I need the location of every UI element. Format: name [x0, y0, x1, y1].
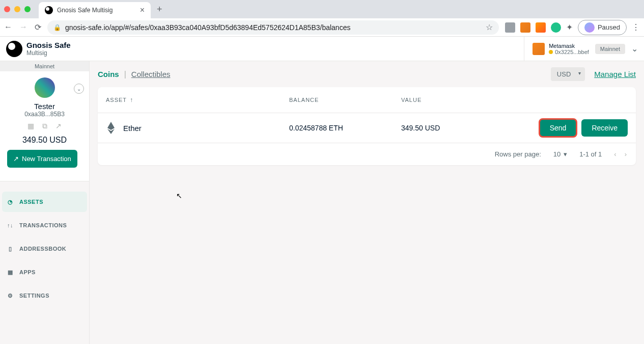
manage-list-link[interactable]: Manage List: [594, 70, 636, 78]
extension-icon[interactable]: [551, 22, 561, 33]
nav-list: ◔ ASSETS ↑↓ TRANSACTIONS ▯ ADDRESSBOOK ▦…: [0, 181, 89, 309]
copy-icon[interactable]: ⧉: [42, 122, 47, 130]
new-tab-button[interactable]: +: [157, 4, 162, 15]
safe-balance: 349.50 USD: [4, 136, 85, 145]
extension-icon[interactable]: [536, 22, 546, 33]
url-text: gnosis-safe.io/app/#/safes/0xaa3B93ca040…: [65, 23, 482, 32]
lock-icon: 🔒: [53, 24, 61, 31]
rows-per-page-select[interactable]: 10 ▾: [553, 150, 567, 158]
send-button[interactable]: Send: [540, 119, 577, 137]
arrow-icon: ↗: [13, 155, 19, 163]
close-window-icon[interactable]: [4, 6, 10, 12]
col-asset[interactable]: ASSET ↑: [106, 96, 289, 103]
extension-icon[interactable]: [505, 22, 515, 33]
extensions-menu-icon[interactable]: ✦: [566, 22, 573, 32]
logo-subtitle: Multisig: [26, 49, 71, 57]
network-badge: Mainnet: [595, 44, 625, 54]
profile-paused-button[interactable]: Paused: [578, 20, 627, 35]
close-tab-icon[interactable]: ×: [140, 6, 145, 15]
table-header: ASSET ↑ BALANCE VALUE: [98, 87, 636, 113]
assets-table: ASSET ↑ BALANCE VALUE Ether 0.02458788 E…: [98, 87, 636, 165]
browser-tab-strip: Gnosis Safe Multisig × +: [0, 0, 644, 18]
rows-per-page-label: Rows per page:: [495, 150, 541, 158]
ether-icon: [106, 123, 116, 133]
table-row: Ether 0.02458788 ETH 349.50 USD Send Rec…: [98, 113, 636, 143]
external-link-icon[interactable]: ↗: [55, 122, 62, 130]
metamask-icon: [533, 43, 545, 55]
nav-buttons: ← → ⟳: [4, 22, 41, 32]
asset-tabs: Coins | Collectibles USD Manage List: [98, 61, 636, 87]
tab-collectibles[interactable]: Collectibles: [131, 70, 171, 78]
addressbook-icon: ▯: [6, 245, 14, 253]
asset-name: Ether: [123, 124, 142, 133]
settings-icon: ⚙: [6, 292, 14, 300]
maximize-window-icon[interactable]: [24, 6, 31, 12]
value-cell: 349.50 USD: [401, 124, 534, 132]
minimize-window-icon[interactable]: [14, 6, 20, 12]
assets-icon: ◔: [6, 198, 14, 206]
window-controls: [4, 6, 31, 12]
balance-cell: 0.02458788 ETH: [289, 124, 401, 132]
page-range: 1-1 of 1: [579, 150, 602, 158]
metamask-extension-icon[interactable]: [520, 22, 530, 33]
chain-dot-icon: [549, 50, 553, 54]
next-page-button[interactable]: ›: [625, 150, 627, 158]
chevron-down-icon[interactable]: ⌄: [631, 44, 638, 54]
bookmark-icon[interactable]: ☆: [486, 22, 493, 32]
transactions-icon: ↑↓: [6, 221, 14, 229]
receive-button[interactable]: Receive: [581, 119, 628, 137]
tab-separator: |: [124, 70, 126, 79]
safe-name: Tester: [4, 102, 85, 111]
asset-cell: Ether: [106, 123, 289, 133]
nav-transactions[interactable]: ↑↓ TRANSACTIONS: [2, 215, 87, 235]
sidebar-network-label: Mainnet: [0, 61, 89, 71]
nav-assets[interactable]: ◔ ASSETS: [2, 192, 87, 212]
nav-addressbook[interactable]: ▯ ADDRESSBOOK: [2, 239, 87, 259]
wallet-address: 0x3225...bbef: [549, 49, 589, 55]
wallet-name: Metamask: [549, 43, 589, 49]
browser-toolbar: ← → ⟳ 🔒 gnosis-safe.io/app/#/safes/0xaa3…: [0, 18, 644, 37]
wallet-widget: Metamask 0x3225...bbef Mainnet ⌄: [524, 37, 638, 61]
logo-title: Gnosis Safe: [26, 41, 71, 49]
app-header: Gnosis Safe Multisig Metamask 0x3225...b…: [0, 37, 644, 61]
tab-title: Gnosis Safe Multisig: [57, 7, 136, 14]
prev-page-button[interactable]: ‹: [614, 150, 616, 158]
nav-settings[interactable]: ⚙ SETTINGS: [2, 285, 87, 306]
back-button[interactable]: ←: [4, 22, 12, 32]
safe-avatar-icon: [35, 77, 55, 98]
nav-apps[interactable]: ▦ APPS: [2, 262, 87, 282]
qr-icon[interactable]: ▦: [27, 122, 34, 130]
logo-icon: [6, 41, 22, 57]
col-value[interactable]: VALUE: [401, 96, 534, 103]
browser-menu-icon[interactable]: ⋮: [632, 22, 640, 32]
extension-icons: ✦ Paused ⋮: [505, 20, 640, 35]
dropdown-arrow-icon: ▾: [564, 150, 567, 158]
logo[interactable]: Gnosis Safe Multisig: [6, 41, 71, 57]
browser-tab[interactable]: Gnosis Safe Multisig ×: [39, 2, 151, 18]
safe-info-card: ⌄ Tester 0xaa3B...85B3 ▦ ⧉ ↗ 349.50 USD …: [0, 71, 89, 181]
main-content: Coins | Collectibles USD Manage List ASS…: [90, 61, 644, 344]
address-bar[interactable]: 🔒 gnosis-safe.io/app/#/safes/0xaa3B93ca0…: [47, 20, 499, 35]
profile-avatar-icon: [584, 22, 595, 33]
safe-address: 0xaa3B...85B3: [4, 111, 85, 118]
col-balance[interactable]: BALANCE: [289, 96, 401, 103]
safe-expand-button[interactable]: ⌄: [74, 84, 84, 94]
forward-button[interactable]: →: [19, 22, 27, 32]
currency-select[interactable]: USD: [551, 67, 585, 81]
favicon-icon: [45, 6, 53, 14]
paused-label: Paused: [598, 23, 620, 31]
new-transaction-button[interactable]: ↗ New Transaction: [7, 150, 77, 168]
wallet-info[interactable]: Metamask 0x3225...bbef: [533, 43, 589, 55]
sidebar: Mainnet ⌄ Tester 0xaa3B...85B3 ▦ ⧉ ↗ 349…: [0, 61, 90, 344]
sort-arrow-icon: ↑: [130, 96, 133, 103]
reload-button[interactable]: ⟳: [35, 22, 41, 32]
apps-icon: ▦: [6, 268, 14, 276]
tab-coins[interactable]: Coins: [98, 70, 119, 78]
table-footer: Rows per page: 10 ▾ 1-1 of 1 ‹ ›: [98, 143, 636, 165]
